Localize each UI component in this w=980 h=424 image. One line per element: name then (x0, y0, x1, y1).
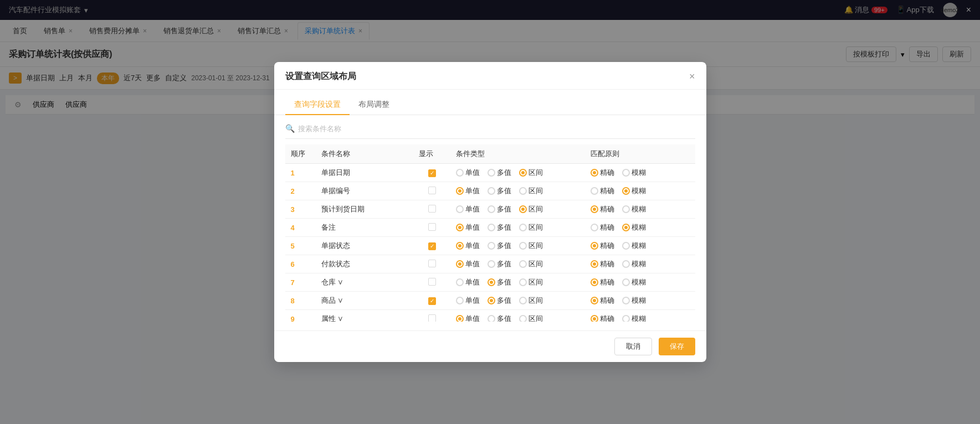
row-match-radio: 精确模糊 (585, 255, 695, 273)
radio-type-single[interactable]: 单值 (456, 241, 480, 251)
row-condition-name: 单据状态 (316, 237, 414, 255)
row-display-checkbox[interactable] (413, 219, 450, 237)
row-display-checkbox[interactable] (413, 182, 450, 200)
modal-tabs: 查询字段设置 布局调整 (274, 90, 706, 115)
row-order: 3 (285, 200, 316, 219)
radio-match-exact[interactable]: 精确 (591, 223, 614, 232)
checkbox[interactable]: ✓ (428, 297, 436, 305)
checkbox[interactable] (428, 223, 436, 231)
checkbox[interactable]: ✓ (428, 169, 436, 177)
radio-circle (519, 169, 527, 177)
radio-type-range[interactable]: 区间 (519, 259, 543, 269)
radio-type-range[interactable]: 区间 (519, 204, 543, 214)
row-condition-name: 付款状态 (316, 255, 414, 273)
radio-match-exact[interactable]: 精确 (591, 204, 614, 214)
radio-circle (456, 297, 464, 304)
checkbox[interactable] (428, 205, 436, 213)
config-table-container: 顺序 条件名称 显示 条件类型 匹配原则 1单据日期✓单值多值区间精确模糊2单据… (285, 144, 695, 311)
radio-match-exact[interactable]: 精确 (591, 259, 614, 269)
radio-type-single[interactable]: 单值 (456, 168, 480, 178)
radio-match-fuzzy[interactable]: 模糊 (622, 168, 646, 178)
row-type-radio: 单值多值区间 (450, 219, 585, 237)
radio-type-single[interactable]: 单值 (456, 223, 480, 232)
checkbox[interactable] (428, 278, 436, 286)
radio-circle (591, 260, 598, 268)
row-order: 8 (285, 292, 316, 310)
radio-type-single[interactable]: 单值 (456, 277, 480, 287)
radio-type-range[interactable]: 区间 (519, 296, 543, 306)
row-type-radio: 单值多值区间 (450, 200, 585, 219)
row-match-radio: 精确模糊 (585, 182, 695, 200)
row-match-radio: 精确模糊 (585, 292, 695, 310)
radio-type-multi[interactable]: 多值 (488, 241, 511, 251)
radio-match-exact[interactable]: 精确 (591, 296, 614, 306)
radio-type-multi[interactable]: 多值 (488, 168, 511, 178)
row-condition-name: 单据编号 (316, 182, 414, 200)
row-order: 9 (285, 310, 316, 312)
row-condition-name: 备注 (316, 219, 414, 237)
radio-type-range[interactable]: 区间 (519, 277, 543, 287)
row-match-radio: 精确模糊 (585, 200, 695, 219)
radio-type-multi[interactable]: 多值 (488, 204, 511, 214)
tab-layout-adjust[interactable]: 布局调整 (350, 95, 398, 115)
radio-circle (591, 187, 598, 195)
row-display-checkbox[interactable]: ✓ (413, 237, 450, 255)
radio-type-multi[interactable]: 多值 (488, 296, 511, 306)
modal-header: 设置查询区域布局 × (274, 62, 706, 90)
radio-match-fuzzy[interactable]: 模糊 (622, 186, 646, 196)
radio-circle (488, 297, 495, 304)
radio-type-single[interactable]: 单值 (456, 296, 480, 306)
row-match-radio: 精确模糊 (585, 219, 695, 237)
row-display-checkbox[interactable]: ✓ (413, 292, 450, 310)
row-display-checkbox[interactable] (413, 310, 450, 312)
row-order: 2 (285, 182, 316, 200)
row-display-checkbox[interactable]: ✓ (413, 164, 450, 182)
radio-circle (519, 260, 527, 268)
radio-match-exact[interactable]: 精确 (591, 186, 614, 196)
row-condition-name: 商品 ∨ (316, 292, 414, 310)
radio-match-fuzzy[interactable]: 模糊 (622, 296, 646, 306)
radio-type-multi[interactable]: 多值 (488, 223, 511, 232)
radio-circle (519, 205, 527, 213)
search-bar: 🔍 (285, 124, 695, 139)
radio-match-fuzzy[interactable]: 模糊 (622, 204, 646, 214)
radio-match-exact[interactable]: 精确 (591, 241, 614, 251)
radio-type-range[interactable]: 区间 (519, 168, 543, 178)
radio-match-fuzzy[interactable]: 模糊 (622, 259, 646, 269)
row-type-radio: 单值多值区间 (450, 255, 585, 273)
radio-match-fuzzy[interactable]: 模糊 (622, 241, 646, 251)
modal-close-button[interactable]: × (689, 71, 695, 82)
search-input[interactable] (298, 125, 695, 133)
row-order: 1 (285, 164, 316, 182)
radio-circle (622, 297, 630, 304)
col-header-type: 条件类型 (450, 144, 585, 164)
radio-type-range[interactable]: 区间 (519, 241, 543, 251)
radio-circle (488, 205, 495, 213)
config-table: 顺序 条件名称 显示 条件类型 匹配原则 1单据日期✓单值多值区间精确模糊2单据… (285, 144, 695, 311)
search-icon: 🔍 (285, 124, 295, 133)
checkbox[interactable]: ✓ (428, 242, 436, 250)
radio-type-single[interactable]: 单值 (456, 259, 480, 269)
row-match-radio: 精确模糊 (585, 237, 695, 255)
row-display-checkbox[interactable] (413, 273, 450, 292)
row-display-checkbox[interactable] (413, 200, 450, 219)
row-type-radio: 单值多值区间 (450, 292, 585, 310)
radio-type-multi[interactable]: 多值 (488, 259, 511, 269)
checkbox[interactable] (428, 187, 436, 194)
radio-type-range[interactable]: 区间 (519, 223, 543, 232)
row-display-checkbox[interactable] (413, 255, 450, 273)
radio-type-multi[interactable]: 多值 (488, 186, 511, 196)
checkbox[interactable] (428, 260, 436, 267)
radio-match-fuzzy[interactable]: 模糊 (622, 277, 646, 287)
radio-match-fuzzy[interactable]: 模糊 (622, 223, 646, 232)
radio-type-range[interactable]: 区间 (519, 186, 543, 196)
tab-query-fields[interactable]: 查询字段设置 (285, 95, 350, 115)
table-row: 9属性 ∨单值多值区间精确模糊 (285, 310, 695, 312)
radio-match-exact[interactable]: 精确 (591, 168, 614, 178)
radio-type-single[interactable]: 单值 (456, 204, 480, 214)
radio-type-single[interactable]: 单值 (456, 186, 480, 196)
radio-match-exact[interactable]: 精确 (591, 277, 614, 287)
radio-circle (456, 169, 464, 177)
radio-circle (519, 242, 527, 250)
radio-type-multi[interactable]: 多值 (488, 277, 511, 287)
